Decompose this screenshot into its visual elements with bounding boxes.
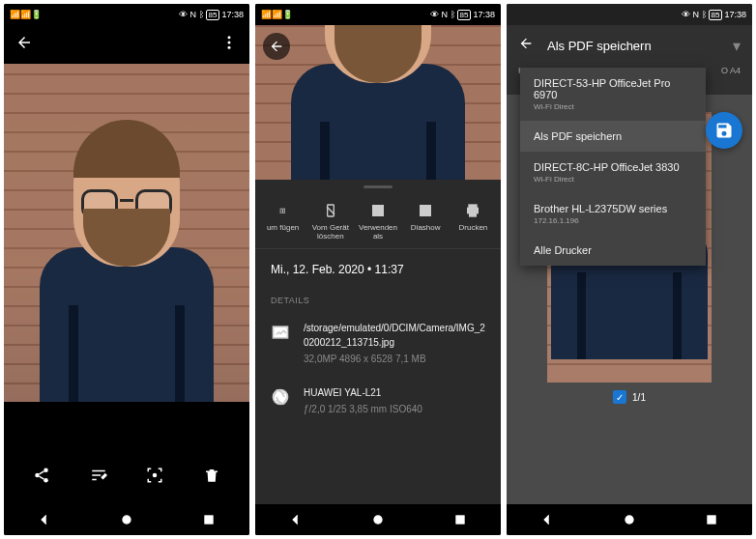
svg-point-17 [374, 516, 382, 524]
svg-point-19 [625, 516, 633, 524]
share-button[interactable] [33, 467, 50, 484]
navigation-bar [507, 504, 752, 535]
print-button[interactable]: Drucken [450, 202, 497, 241]
chevron-down-icon[interactable]: ▾ [733, 37, 741, 55]
svg-point-1 [228, 42, 231, 44]
svg-rect-18 [456, 516, 464, 524]
details-header: DETAILS [255, 290, 501, 311]
status-bar: 👁 N ᛒ8517:38 [507, 4, 752, 25]
image-icon [271, 323, 290, 342]
phone-details-sheet: 📶📶🔋 👁 N ᛒ8517:38 ⊞um fügen Vom Gerät lös… [255, 4, 501, 535]
back-icon[interactable] [15, 34, 33, 55]
aperture-icon [271, 387, 290, 407]
add-to-button[interactable]: ⊞um fügen [259, 202, 306, 241]
svg-point-2 [228, 46, 231, 49]
nav-back-icon[interactable] [539, 512, 555, 527]
use-as-button[interactable]: Verwenden als [354, 202, 401, 241]
nav-home-icon[interactable] [370, 512, 386, 527]
photo-datetime: Mi., 12. Feb. 2020 • 11:37 [255, 249, 501, 290]
nav-home-icon[interactable] [119, 512, 134, 527]
back-icon[interactable] [518, 36, 534, 55]
printer-dropdown: DIRECT-53-HP OfficeJet Pro 6970Wi-Fi Dir… [520, 68, 706, 266]
nav-home-icon[interactable] [622, 512, 637, 527]
back-icon[interactable] [263, 33, 290, 60]
detail-file: /storage/emulated/0/DCIM/Camera/IMG_2020… [255, 311, 501, 376]
bottom-sheet: ⊞um fügen Vom Gerät löschen Verwenden al… [255, 180, 501, 504]
photo-cropped [255, 25, 501, 180]
slideshow-button[interactable]: Diashow [402, 202, 450, 241]
nav-recent-icon[interactable] [452, 512, 468, 527]
phone-photo-viewer: 📶📶🔋 👁 N ᛒ8517:38 [4, 4, 249, 535]
status-bar: 📶📶🔋 👁 N ᛒ8517:38 [255, 4, 501, 25]
status-bar: 📶📶🔋 👁 N ᛒ8517:38 [4, 4, 249, 25]
photo[interactable] [4, 64, 249, 402]
print-title: Als PDF speichern [547, 39, 719, 53]
edit-button[interactable] [90, 467, 107, 484]
printer-option-pdf[interactable]: Als PDF speichern [520, 121, 706, 152]
svg-rect-8 [205, 516, 213, 524]
navigation-bar [255, 504, 501, 535]
nav-back-icon[interactable] [37, 512, 52, 527]
checkbox-icon[interactable]: ✓ [613, 390, 626, 404]
delete-button[interactable] [203, 467, 220, 484]
printer-option[interactable]: DIRECT-8C-HP OfficeJet 3830Wi-Fi Direct [520, 152, 706, 193]
page-indicator: ✓ 1/1 [613, 390, 646, 404]
more-icon[interactable] [220, 34, 238, 55]
svg-point-3 [44, 468, 49, 473]
svg-point-0 [228, 36, 231, 39]
save-pdf-fab[interactable] [706, 112, 742, 149]
svg-rect-20 [708, 516, 715, 524]
printer-option[interactable]: Brother HL-L2375DW series172.16.1.196 [520, 193, 706, 235]
nav-recent-icon[interactable] [201, 512, 217, 527]
svg-point-6 [153, 473, 158, 478]
drag-handle-icon[interactable] [363, 185, 393, 188]
svg-point-7 [123, 516, 131, 524]
svg-rect-14 [470, 212, 477, 216]
svg-point-5 [44, 478, 49, 483]
nav-back-icon[interactable] [288, 512, 304, 527]
nav-recent-icon[interactable] [704, 512, 719, 527]
lens-button[interactable] [146, 467, 163, 484]
printer-option-all[interactable]: Alle Drucker [520, 235, 706, 266]
phone-print-dialog: 👁 N ᛒ8517:38 Als PDF speichern ▾ KopO A4… [507, 4, 752, 535]
navigation-bar [4, 504, 249, 535]
detail-camera: HUAWEI YAL-L21ƒ/2,0 1/25 3,85 mm ISO640 [255, 376, 501, 426]
printer-option[interactable]: DIRECT-53-HP OfficeJet Pro 6970Wi-Fi Dir… [520, 68, 706, 121]
svg-point-4 [36, 473, 41, 478]
print-header[interactable]: Als PDF speichern ▾ [507, 25, 752, 66]
delete-device-button[interactable]: Vom Gerät löschen [306, 202, 354, 241]
